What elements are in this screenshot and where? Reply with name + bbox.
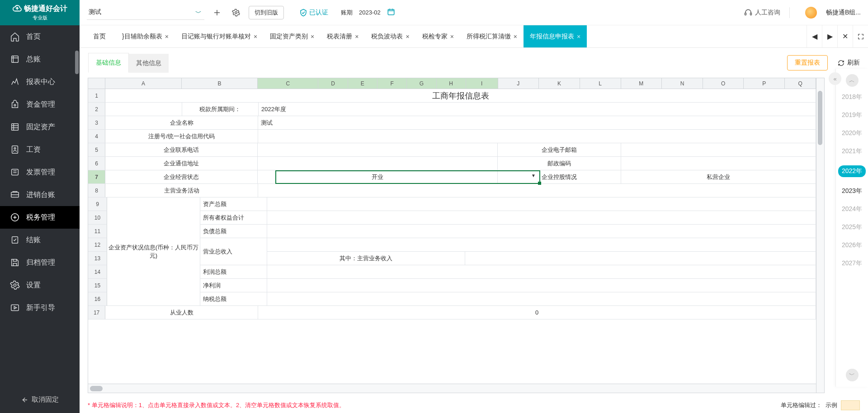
- switch-old-button[interactable]: 切到旧版: [249, 6, 284, 19]
- add-icon[interactable]: [211, 6, 223, 19]
- period-label: 账期: [341, 9, 353, 17]
- top-header: 畅捷通好会计 专业版 ﹀ 切到旧版 已认证 账期 2023-02 人工咨询: [0, 0, 868, 25]
- svg-rect-3: [750, 13, 751, 15]
- svg-rect-2: [745, 13, 746, 15]
- shield-check-icon: [299, 9, 307, 17]
- svg-rect-1: [388, 9, 394, 15]
- company-select[interactable]: ﹀: [87, 5, 204, 20]
- headset-icon: [744, 9, 752, 17]
- company-input[interactable]: [87, 5, 204, 20]
- divider: [789, 7, 790, 18]
- gear-icon[interactable]: [230, 6, 242, 19]
- verified-badge: 已认证: [299, 9, 328, 17]
- consult-button[interactable]: 人工咨询: [744, 9, 780, 17]
- avatar[interactable]: [805, 7, 817, 19]
- svg-point-0: [235, 11, 237, 14]
- cloud-icon: [12, 4, 22, 14]
- chevron-down-icon: ﹀: [195, 9, 202, 17]
- period-value[interactable]: 2023-02: [359, 9, 381, 16]
- user-name[interactable]: 畅捷通B组...: [826, 9, 861, 17]
- logo: 畅捷通好会计 专业版: [0, 0, 80, 25]
- calendar-icon[interactable]: [387, 8, 395, 17]
